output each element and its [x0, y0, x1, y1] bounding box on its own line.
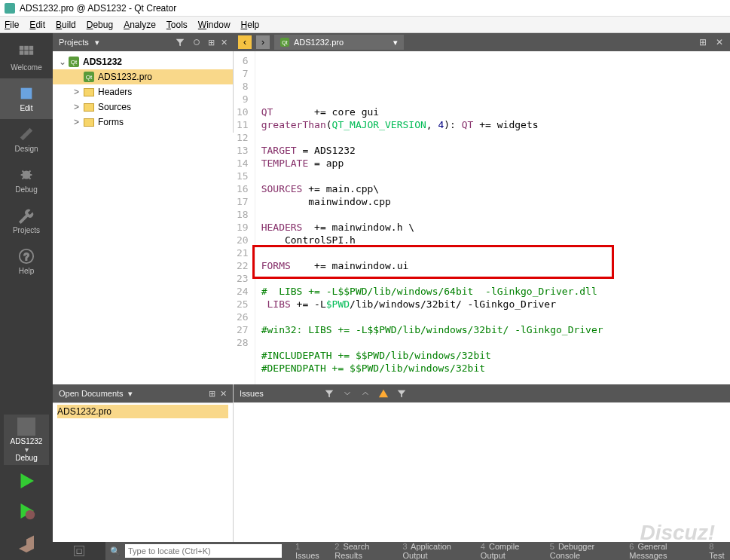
code-line[interactable]: greaterThan(QT_MAJOR_VERSION, 4): QT += … [261, 118, 724, 131]
tree-item[interactable]: >Forms [53, 115, 233, 130]
mode-design[interactable]: Design [0, 119, 53, 160]
output-tab[interactable]: 5 Debugger Console [550, 542, 619, 560]
chevron-down-icon[interactable]: ▾ [128, 389, 133, 399]
filter-icon[interactable] [396, 388, 407, 399]
nav-forward-button[interactable]: › [256, 35, 270, 49]
open-doc-item[interactable]: ADS1232.pro [57, 405, 228, 418]
filter-icon[interactable] [324, 388, 334, 399]
output-tab[interactable]: 1 Issues [295, 542, 324, 560]
code-line[interactable] [261, 336, 724, 349]
code-line[interactable]: TARGET = ADS1232 [261, 144, 724, 157]
code-line[interactable]: HEADERS += mainwindow.h \ [261, 221, 724, 234]
code-line[interactable]: SOURCES += main.cpp\ [261, 182, 724, 195]
split-icon[interactable]: ⊞ [209, 389, 215, 399]
nav-back-button[interactable]: ‹ [238, 35, 252, 49]
menu-debug[interactable]: Debug [87, 20, 113, 30]
output-tab[interactable]: 6 General Messages [629, 542, 698, 560]
mode-help[interactable]: ? Help [0, 241, 53, 282]
file-tab[interactable]: Qt ADS1232.pro ▾ [274, 35, 404, 50]
locator[interactable]: 🔍 [105, 544, 286, 558]
mode-welcome[interactable]: Welcome [0, 38, 53, 78]
mode-selector: Welcome Edit Design Debug Projects ? Hel… [0, 33, 53, 560]
menu-tools[interactable]: Tools [166, 20, 188, 30]
close-panel-icon[interactable]: □ [74, 546, 85, 556]
qt-app-icon [5, 3, 15, 14]
link-icon[interactable] [191, 37, 202, 47]
code-line[interactable]: TEMPLATE = app [261, 157, 724, 170]
pencil-icon [18, 126, 35, 142]
menu-edit[interactable]: Edit [29, 20, 45, 30]
chevron-right-icon: > [74, 87, 83, 97]
filter-icon[interactable] [175, 37, 185, 47]
titlebar: ADS1232.pro @ ADS1232 - Qt Creator [0, 0, 730, 17]
run-button[interactable] [15, 470, 38, 492]
code-line[interactable] [261, 208, 724, 221]
tree-root[interactable]: ⌄ Qt ADS1232 [53, 54, 233, 69]
tree-item[interactable]: >Sources [53, 99, 233, 115]
bug-icon [18, 167, 35, 183]
chevron-down-icon[interactable] [342, 388, 353, 399]
close-icon[interactable]: ✕ [221, 38, 228, 47]
locator-input[interactable] [125, 544, 282, 558]
code-line[interactable] [261, 311, 724, 323]
code-line[interactable]: #win32: LIBS += -L$$PWD/lib/windows/32bi… [261, 323, 724, 336]
chevron-right-icon: › [261, 37, 264, 47]
issues-header: Issues [234, 384, 730, 402]
run-debug-button[interactable] [15, 500, 38, 522]
folder-icon [84, 118, 94, 127]
split-icon[interactable]: ⊞ [697, 37, 709, 47]
editor-toolbar: ‹ › Qt ADS1232.pro ▾ ⊞ ✕ [234, 33, 730, 51]
code-line[interactable] [261, 93, 724, 106]
projects-panel-header: Projects ▾ ⊞ ✕ [53, 33, 234, 51]
project-tree[interactable]: ⌄ Qt ADS1232 QtADS1232.pro>Headers>Sourc… [53, 51, 234, 133]
kit-selector[interactable]: ADS1232 ▾ Debug [4, 415, 49, 465]
code-line[interactable]: # LIBS += -L$$PWD/lib/windows/64bit -lGi… [261, 285, 724, 298]
code-content[interactable]: QT += core guigreaterThan(QT_MAJOR_VERSI… [255, 51, 730, 384]
svg-rect-3 [20, 50, 24, 55]
code-line[interactable]: #INCLUDEPATH += $$PWD/lib/windows/32bit [261, 349, 724, 362]
tree-label: Forms [98, 117, 124, 127]
chevron-down-icon[interactable]: ▾ [393, 38, 398, 47]
chevron-down-icon[interactable]: ▾ [95, 38, 99, 47]
close-icon[interactable]: ✕ [220, 389, 227, 399]
qt-icon: Qt [280, 38, 289, 47]
tree-label: ADS1232.pro [98, 72, 152, 82]
chevron-right-icon: > [74, 117, 83, 127]
mode-projects[interactable]: Projects [0, 200, 53, 241]
mode-edit[interactable]: Edit [0, 78, 53, 119]
mode-debug[interactable]: Debug [0, 160, 53, 200]
menu-analyze[interactable]: Analyze [124, 20, 156, 30]
code-line[interactable] [261, 131, 724, 144]
output-tab[interactable]: 8 Test [709, 542, 730, 560]
statusbar: □ 🔍 1 Issues2 Search Results3 Applicatio… [53, 542, 730, 560]
svg-text:?: ? [23, 251, 29, 262]
chevron-up-icon[interactable] [360, 388, 371, 399]
menu-build[interactable]: Build [56, 20, 76, 30]
code-line[interactable] [261, 375, 724, 384]
tree-item[interactable]: QtADS1232.pro [53, 69, 233, 84]
code-line[interactable]: mainwindow.cpp [261, 195, 724, 208]
qt-icon: Qt [69, 57, 79, 67]
warning-icon[interactable] [378, 388, 389, 399]
split-icon[interactable]: ⊞ [208, 38, 215, 47]
build-button[interactable] [15, 530, 38, 552]
menu-help[interactable]: Help [241, 20, 260, 30]
tree-item[interactable]: >Headers [53, 84, 233, 99]
menu-file[interactable]: File [5, 20, 19, 30]
output-tab[interactable]: 3 Application Output [403, 542, 470, 560]
code-editor[interactable]: 6789101112131415161718192021222324252627… [234, 51, 730, 384]
folder-icon [84, 88, 94, 96]
output-tab[interactable]: 2 Search Results [334, 542, 392, 560]
open-documents-list[interactable]: ADS1232.pro [53, 403, 233, 420]
issues-list[interactable] [234, 402, 730, 542]
code-line[interactable]: QT += core gui [261, 106, 724, 118]
code-line[interactable] [261, 170, 724, 182]
svg-rect-5 [29, 50, 33, 55]
close-icon[interactable]: ✕ [713, 37, 725, 47]
line-gutter: 6789101112131415161718192021222324252627… [234, 51, 255, 384]
folder-icon [84, 103, 94, 112]
menu-window[interactable]: Window [198, 20, 231, 30]
code-line[interactable]: LIBS += -L$PWD/lib/windows/32bit/ -lGink… [261, 298, 724, 311]
output-tab[interactable]: 4 Compile Output [481, 542, 539, 560]
code-line[interactable]: #DEPENDPATH += $$PWD/lib/windows/32bit [261, 362, 724, 375]
